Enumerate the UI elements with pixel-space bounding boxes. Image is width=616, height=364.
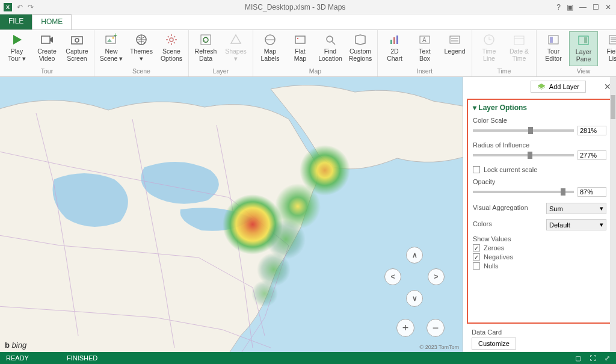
lock-scale-checkbox[interactable]: Lock current scale <box>473 166 606 173</box>
two-d-chart-button[interactable]: 2D Chart <box>380 31 409 66</box>
undo-icon[interactable]: ↶ <box>17 3 23 11</box>
zoom-out-button[interactable]: − <box>427 319 445 337</box>
view-full-icon[interactable]: ⤢ <box>605 354 610 362</box>
scene-options-button[interactable]: Scene Options <box>157 31 186 66</box>
group-label-tour: Tour <box>41 66 53 76</box>
chevron-down-icon: ▾ <box>600 221 603 229</box>
opacity-slider[interactable] <box>473 191 574 193</box>
ribbon-options-icon[interactable]: ▣ <box>567 3 573 11</box>
nav-down-button[interactable]: ∨ <box>406 290 423 307</box>
group-label-insert: Insert <box>417 66 433 76</box>
opacity-value[interactable]: 87% <box>578 187 606 197</box>
nav-pad: ∧ < > ∨ <box>384 247 445 307</box>
close-icon[interactable]: ✕ <box>605 3 611 11</box>
tour-editor-icon <box>546 32 561 47</box>
chevron-down-icon: ▾ <box>600 205 603 212</box>
flat-map-button[interactable]: Flat Map <box>286 31 315 66</box>
field-list-button[interactable]: Field List <box>599 31 616 66</box>
data-card-label: Data Card <box>472 329 608 336</box>
bing-logo: b bing <box>5 341 26 350</box>
shapes-button[interactable]: Shapes ▾ <box>221 31 250 66</box>
radius-slider[interactable] <box>473 154 574 156</box>
svg-rect-30 <box>514 36 524 45</box>
ribbon: Play Tour ▾ Create Video Capture Screen … <box>0 30 616 77</box>
tab-strip: FILE HOME <box>0 14 616 30</box>
map-labels-button[interactable]: Map Labels <box>256 31 285 66</box>
new-scene-button[interactable]: +New Scene ▾ <box>97 31 126 66</box>
content-area: ∧ < > ∨ + − b bing © 2023 TomTom Add Lay… <box>0 77 616 352</box>
color-scale-value[interactable]: 281% <box>578 126 606 135</box>
customize-button[interactable]: Customize <box>472 338 516 350</box>
time-line-button: Time Line <box>475 31 504 66</box>
help-icon[interactable]: ? <box>556 3 561 11</box>
zeroes-checkbox[interactable]: ✓Zeroes <box>473 244 606 251</box>
visual-agg-label: Visual Aggregation <box>473 204 528 211</box>
clock-icon <box>482 32 496 47</box>
scrollbar[interactable] <box>610 77 616 352</box>
svg-point-17 <box>327 36 333 42</box>
find-location-button[interactable]: Find Location <box>316 31 345 66</box>
svg-rect-15 <box>295 36 305 43</box>
nav-right-button[interactable]: > <box>428 268 445 285</box>
custom-regions-icon <box>353 32 368 47</box>
color-scale-slider[interactable] <box>473 129 574 132</box>
svg-rect-24 <box>450 36 460 43</box>
refresh-data-button[interactable]: Refresh Data <box>191 31 220 66</box>
group-layer: Refresh Data Shapes ▾ Layer <box>189 30 253 76</box>
radius-label: Radius of Influence <box>473 141 606 149</box>
maximize-icon[interactable]: ☐ <box>593 3 599 11</box>
create-video-button[interactable]: Create Video <box>32 31 61 66</box>
date-time-button: Date & Time <box>505 31 534 66</box>
group-label-view: View <box>577 66 591 76</box>
svg-rect-11 <box>201 35 211 45</box>
radius-value[interactable]: 277% <box>578 150 606 160</box>
layer-options-header[interactable]: Layer Options <box>473 103 606 112</box>
tab-home[interactable]: HOME <box>32 14 72 29</box>
capture-screen-button[interactable]: Capture Screen <box>63 31 91 66</box>
nav-up-button[interactable]: ∧ <box>406 247 423 264</box>
view-normal-icon[interactable]: ▢ <box>575 354 581 362</box>
excel-logo-icon: X <box>4 3 12 11</box>
tab-file[interactable]: FILE <box>0 14 32 29</box>
nulls-checkbox[interactable]: Nulls <box>473 262 606 270</box>
zeroes-label: Zeroes <box>484 244 504 251</box>
zoom-in-button[interactable]: + <box>396 319 414 337</box>
custom-regions-button[interactable]: Custom Regions <box>346 31 375 66</box>
text-box-button[interactable]: AText Box <box>410 31 439 66</box>
visual-agg-select[interactable]: Sum▾ <box>546 203 606 214</box>
layer-options-panel: Layer Options Color Scale 281% Radius of… <box>467 99 612 324</box>
colors-select[interactable]: Default▾ <box>546 219 606 230</box>
svg-rect-1 <box>42 36 50 43</box>
add-layer-label: Add Layer <box>549 83 579 90</box>
redo-icon[interactable]: ↷ <box>28 3 34 11</box>
layer-pane-icon <box>576 33 591 48</box>
find-location-icon <box>323 32 337 47</box>
svg-point-10 <box>170 38 173 42</box>
refresh-icon <box>199 32 213 47</box>
minimize-icon[interactable]: — <box>579 3 587 11</box>
view-fit-icon[interactable]: ⛶ <box>590 354 596 362</box>
svg-rect-3 <box>72 37 82 44</box>
svg-marker-13 <box>231 35 241 43</box>
window-title: MISC_Desktop.xlsm - 3D Maps <box>34 3 556 11</box>
nav-left-button[interactable]: < <box>384 268 401 285</box>
title-bar: X ↶ ↷ MISC_Desktop.xlsm - 3D Maps ? ▣ — … <box>0 0 616 14</box>
group-time: Time Line Date & Time Time <box>472 30 537 76</box>
new-scene-icon: + <box>104 32 119 47</box>
svg-point-16 <box>297 38 298 39</box>
group-map: Map Labels Flat Map Find Location Custom… <box>253 30 378 76</box>
group-label-scene: Scene <box>132 66 150 76</box>
legend-button[interactable]: Legend <box>440 31 469 66</box>
add-layer-button[interactable]: Add Layer <box>531 81 586 93</box>
themes-button[interactable]: Themes ▾ <box>127 31 156 66</box>
play-tour-button[interactable]: Play Tour ▾ <box>2 31 31 66</box>
svg-marker-0 <box>13 35 22 45</box>
status-finished: FINISHED <box>67 354 97 362</box>
map-canvas[interactable]: ∧ < > ∨ + − b bing © 2023 TomTom <box>0 77 463 352</box>
negatives-checkbox[interactable]: ✓Negatives <box>473 253 606 261</box>
legend-icon <box>448 32 462 47</box>
group-label-time: Time <box>497 66 511 76</box>
layer-pane-button[interactable]: Layer Pane <box>569 31 598 66</box>
play-icon <box>10 32 24 47</box>
tour-editor-button[interactable]: Tour Editor <box>539 31 568 66</box>
